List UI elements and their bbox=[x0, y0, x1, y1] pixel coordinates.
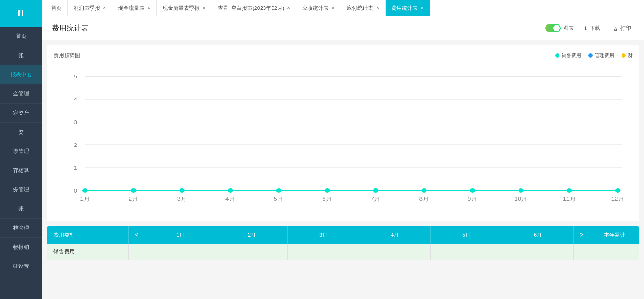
legend-label-finance: 财 bbox=[628, 52, 633, 59]
tab-bar: 首页 利润表季报 ✕ 现金流量表 ✕ 现金流量表季报 ✕ 查看_空白报表(202… bbox=[42, 0, 644, 16]
close-payable-stat[interactable]: ✕ bbox=[376, 5, 379, 11]
legend-finance-expense: 财 bbox=[622, 52, 633, 59]
svg-text:5: 5 bbox=[74, 74, 77, 80]
th-nav-prev[interactable]: < bbox=[129, 226, 145, 244]
chart-legend: 销售费用 管理费用 财 bbox=[555, 52, 633, 59]
chart-toggle[interactable] bbox=[545, 24, 561, 32]
tab-profit-quarterly[interactable]: 利润表季报 ✕ bbox=[68, 0, 112, 16]
sidebar: fi 首页 账 报表中心 金管理 定资产 资 票管理 存核算 务管理 账 档管理… bbox=[0, 0, 42, 299]
th-m1: 1月 bbox=[145, 226, 216, 244]
svg-text:8月: 8月 bbox=[419, 196, 429, 202]
td-m1 bbox=[145, 244, 216, 260]
svg-point-26 bbox=[131, 188, 136, 193]
close-profit-quarterly[interactable]: ✕ bbox=[103, 5, 106, 11]
table-section: 费用类型 < 1月 2月 3月 4月 5月 6月 > 本年累计 销售费用 bbox=[47, 226, 639, 260]
download-button[interactable]: ⬇ 下载 bbox=[580, 23, 604, 33]
legend-label-sales: 销售费用 bbox=[562, 52, 581, 59]
th-nav-next[interactable]: > bbox=[574, 226, 590, 244]
sidebar-item-receivable[interactable]: 账 bbox=[0, 199, 42, 219]
svg-point-31 bbox=[373, 188, 378, 193]
td-m4 bbox=[359, 244, 431, 260]
sidebar-logo: fi bbox=[0, 0, 42, 27]
td-expense-type: 销售费用 bbox=[47, 244, 129, 260]
th-ytd: 本年累计 bbox=[590, 226, 639, 244]
sidebar-item-fund-mgmt[interactable]: 金管理 bbox=[0, 84, 42, 104]
th-m5: 5月 bbox=[431, 226, 502, 244]
legend-dot-finance bbox=[622, 53, 626, 58]
legend-sales-expense: 销售费用 bbox=[555, 52, 581, 59]
svg-point-25 bbox=[82, 188, 88, 193]
svg-text:4月: 4月 bbox=[225, 196, 235, 202]
svg-point-36 bbox=[615, 188, 620, 193]
sidebar-item-inventory[interactable]: 存核算 bbox=[0, 161, 42, 180]
th-m2: 2月 bbox=[216, 226, 288, 244]
chart-area: 0 1 2 3 4 5 1月 2月 3月 4月 5月 6月 7月 bbox=[53, 64, 633, 215]
th-m3: 3月 bbox=[288, 226, 359, 244]
svg-text:3月: 3月 bbox=[177, 196, 187, 202]
svg-text:5月: 5月 bbox=[274, 196, 284, 202]
close-blank-report[interactable]: ✕ bbox=[287, 5, 290, 11]
legend-label-mgmt: 管理费用 bbox=[595, 52, 614, 59]
svg-text:12月: 12月 bbox=[611, 196, 624, 202]
svg-text:2月: 2月 bbox=[129, 196, 138, 202]
sidebar-item-invest[interactable]: 资 bbox=[0, 123, 42, 142]
svg-text:1月: 1月 bbox=[80, 196, 90, 202]
svg-point-33 bbox=[470, 188, 475, 193]
svg-point-28 bbox=[228, 188, 233, 193]
chart-toggle-wrap: 图表 bbox=[545, 24, 574, 32]
chart-svg: 0 1 2 3 4 5 1月 2月 3月 4月 5月 6月 7月 bbox=[53, 64, 633, 211]
sidebar-item-archive-mgmt[interactable]: 档管理 bbox=[0, 219, 42, 238]
svg-text:2: 2 bbox=[74, 142, 77, 148]
svg-point-30 bbox=[325, 188, 330, 193]
svg-point-34 bbox=[518, 188, 524, 193]
th-m4: 4月 bbox=[359, 226, 431, 244]
sidebar-item-report-center[interactable]: 报表中心 bbox=[0, 65, 42, 84]
sidebar-item-account[interactable]: 账 bbox=[0, 46, 42, 65]
chart-header: 费用趋势图 销售费用 管理费用 财 bbox=[53, 52, 633, 59]
download-label: 下载 bbox=[590, 24, 600, 32]
th-m6: 6月 bbox=[502, 226, 574, 244]
sidebar-item-service-mgmt[interactable]: 务管理 bbox=[0, 180, 42, 199]
sidebar-item-sales-refund[interactable]: 畅报销 bbox=[0, 238, 42, 257]
svg-point-35 bbox=[567, 188, 572, 193]
chart-section: 费用趋势图 销售费用 管理费用 财 bbox=[47, 45, 639, 221]
td-m2 bbox=[216, 244, 288, 260]
close-cashflow[interactable]: ✕ bbox=[147, 5, 151, 11]
svg-point-29 bbox=[276, 188, 281, 193]
td-nav-prev-data bbox=[129, 244, 145, 260]
tab-expense-stat[interactable]: 费用统计表 ✕ bbox=[386, 0, 430, 16]
toggle-label: 图表 bbox=[563, 24, 574, 32]
print-label: 打印 bbox=[620, 24, 631, 32]
legend-dot-sales bbox=[555, 53, 559, 58]
main-area: 首页 利润表季报 ✕ 现金流量表 ✕ 现金流量表季报 ✕ 查看_空白报表(202… bbox=[42, 0, 644, 299]
svg-text:10月: 10月 bbox=[514, 196, 528, 202]
tab-cashflow-quarterly[interactable]: 现金流量表季报 ✕ bbox=[157, 0, 212, 16]
close-receivable-stat[interactable]: ✕ bbox=[331, 5, 335, 11]
legend-dot-mgmt bbox=[588, 53, 593, 58]
tab-receivable-stat[interactable]: 应收统计表 ✕ bbox=[296, 0, 341, 16]
tab-blank-report[interactable]: 查看_空白报表(2023年02月) ✕ bbox=[212, 0, 296, 16]
svg-text:3: 3 bbox=[74, 120, 77, 125]
sidebar-item-home[interactable]: 首页 bbox=[0, 27, 42, 46]
close-cashflow-quarterly[interactable]: ✕ bbox=[202, 5, 206, 11]
tab-payable-stat[interactable]: 应付统计表 ✕ bbox=[341, 0, 386, 16]
tab-home[interactable]: 首页 bbox=[45, 0, 68, 16]
svg-text:4: 4 bbox=[74, 97, 77, 102]
sidebar-item-fixed-assets[interactable]: 定资产 bbox=[0, 104, 42, 123]
header-actions: 图表 ⬇ 下载 🖨 打印 bbox=[545, 23, 634, 33]
tab-cashflow[interactable]: 现金流量表 ✕ bbox=[112, 0, 157, 16]
svg-point-27 bbox=[179, 188, 185, 193]
td-ytd bbox=[590, 244, 639, 260]
svg-text:0: 0 bbox=[74, 188, 77, 194]
sidebar-item-basic-settings[interactable]: 础设置 bbox=[0, 257, 42, 276]
svg-text:11月: 11月 bbox=[563, 196, 576, 202]
print-icon: 🖨 bbox=[613, 25, 619, 31]
print-button[interactable]: 🖨 打印 bbox=[610, 23, 634, 33]
page-header: 费用统计表 图表 ⬇ 下载 🖨 打印 bbox=[42, 16, 644, 40]
page-title: 费用统计表 bbox=[52, 23, 89, 33]
close-expense-stat[interactable]: ✕ bbox=[420, 5, 424, 11]
td-m6 bbox=[502, 244, 574, 260]
table-header-row: 费用类型 < 1月 2月 3月 4月 5月 6月 > 本年累计 bbox=[47, 226, 639, 244]
sidebar-item-ticket-mgmt[interactable]: 票管理 bbox=[0, 142, 42, 161]
page-content: 费用统计表 图表 ⬇ 下载 🖨 打印 费用趋势图 bbox=[42, 16, 644, 299]
